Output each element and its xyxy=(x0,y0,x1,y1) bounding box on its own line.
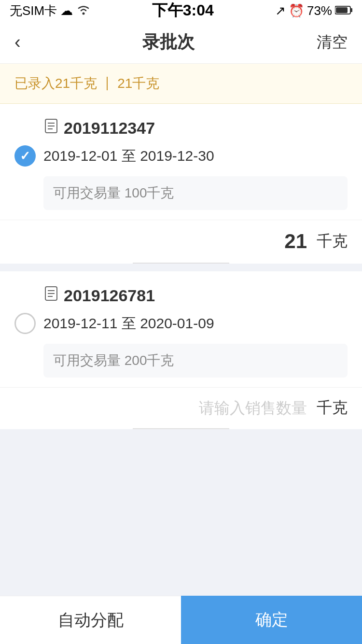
batch-date-1: 2019-12-01 至 2019-12-30 xyxy=(43,146,214,166)
radio-2[interactable] xyxy=(14,313,36,334)
batch-id-row-2: 2019126781 xyxy=(14,286,348,305)
batch-item-2: 2019126781 2019-12-11 至 2020-01-09 可用交易量… xyxy=(0,271,362,378)
recorded-label: 已录入21千克 xyxy=(14,74,97,93)
section-divider xyxy=(0,264,362,271)
batch-card-2: 2019126781 2019-12-11 至 2020-01-09 可用交易量… xyxy=(0,271,362,429)
alarm-icon: ⏰ xyxy=(289,3,304,18)
batch-id-1: 2019112347 xyxy=(64,119,155,138)
wifi-icon xyxy=(77,3,90,18)
batch-qty-text-2: 可用交易量 200千克 xyxy=(53,353,174,368)
checkmark-1: ✓ xyxy=(20,149,30,164)
svg-rect-3 xyxy=(336,7,348,13)
status-right: ↗ ⏰ 73% xyxy=(275,3,352,18)
batch-card-1: 2019112347 ✓ 2019-12-01 至 2019-12-30 可用交… xyxy=(0,104,362,264)
batch-item-1: 2019112347 ✓ 2019-12-01 至 2019-12-30 可用交… xyxy=(0,104,362,210)
back-button[interactable]: ‹ xyxy=(14,32,21,53)
nav-bar: ‹ 录批次 清空 xyxy=(0,21,362,64)
batch-icon-1 xyxy=(43,118,59,138)
battery-percent: 73% xyxy=(307,3,332,18)
page-title: 录批次 xyxy=(142,30,195,54)
svg-point-0 xyxy=(83,12,85,14)
empty-area xyxy=(0,429,362,622)
time-display: 下午3:04 xyxy=(152,0,214,21)
status-bar: 无SIM卡 ☁ 下午3:04 ↗ ⏰ 73% xyxy=(0,0,362,21)
amount-unit-1: 千克 xyxy=(317,231,348,252)
batch-date-row-2[interactable]: 2019-12-11 至 2020-01-09 xyxy=(14,313,348,334)
info-banner: 已录入21千克 21千克 xyxy=(0,64,362,104)
batch-date-2: 2019-12-11 至 2020-01-09 xyxy=(43,314,214,334)
svg-rect-2 xyxy=(350,8,352,12)
batch-qty-text-1: 可用交易量 100千克 xyxy=(53,185,174,200)
confirm-button[interactable]: 确定 xyxy=(181,596,362,644)
batch-id-row-1: 2019112347 xyxy=(14,118,348,138)
batch-id-2: 2019126781 xyxy=(64,286,155,305)
radio-1[interactable]: ✓ xyxy=(14,145,36,167)
bottom-bar: 自动分配 确定 xyxy=(0,596,362,644)
batch-date-row-1[interactable]: ✓ 2019-12-01 至 2019-12-30 xyxy=(14,145,348,167)
content-area: 已录入21千克 21千克 2019112347 xyxy=(0,64,362,644)
amount-value-1: 21 xyxy=(284,230,307,253)
clear-button[interactable]: 清空 xyxy=(317,32,348,53)
battery-icon xyxy=(335,3,352,18)
sim-status: 无SIM卡 ☁ xyxy=(10,2,73,19)
batch-icon-2 xyxy=(43,286,59,305)
recorded-value: 21千克 xyxy=(117,74,159,93)
status-left: 无SIM卡 ☁ xyxy=(10,2,90,19)
batch-qty-row-1: 可用交易量 100千克 xyxy=(43,176,348,210)
amount-row-1: 21 千克 xyxy=(0,220,362,263)
location-icon: ↗ xyxy=(275,3,286,18)
banner-divider xyxy=(107,77,108,90)
qty-input-2[interactable] xyxy=(14,399,307,417)
page: 无SIM卡 ☁ 下午3:04 ↗ ⏰ 73% xyxy=(0,0,362,644)
input-row-2: 千克 xyxy=(0,387,362,428)
auto-distribute-button[interactable]: 自动分配 xyxy=(0,596,181,644)
batch-qty-row-2: 可用交易量 200千克 xyxy=(43,344,348,378)
input-unit-2: 千克 xyxy=(317,397,348,419)
